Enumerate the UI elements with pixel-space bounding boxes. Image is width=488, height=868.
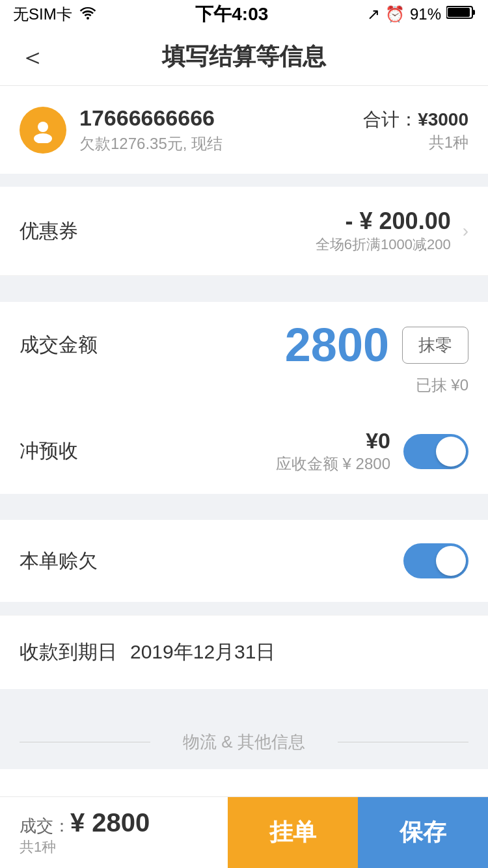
customer-debt: 欠款1276.35元, 现结 bbox=[79, 133, 223, 154]
customer-left: 17666666666 欠款1276.35元, 现结 bbox=[20, 105, 223, 154]
prepaid-amount: ¥0 bbox=[276, 428, 390, 454]
deal-sub-label: 已抹 ¥0 bbox=[20, 375, 468, 396]
svg-rect-1 bbox=[472, 10, 475, 15]
battery-icon bbox=[446, 5, 475, 23]
prepaid-toggle[interactable] bbox=[403, 434, 468, 469]
hold-button[interactable]: 挂单 bbox=[228, 797, 358, 869]
bottom-bar: 成交：¥ 2800 共1种 挂单 保存 bbox=[0, 796, 488, 868]
customer-info: 17666666666 欠款1276.35元, 现结 bbox=[79, 105, 223, 154]
deal-amount-row: 成交金额 2800 抹零 bbox=[20, 321, 468, 368]
credit-toggle[interactable] bbox=[403, 543, 468, 578]
coupon-amount-wrap: - ¥ 200.00 全场6折满1000减200 bbox=[316, 208, 451, 254]
due-date-label: 收款到期日 bbox=[20, 639, 117, 666]
toggle-knob-2 bbox=[436, 546, 466, 576]
coupon-desc: 全场6折满1000减200 bbox=[316, 235, 451, 254]
svg-rect-2 bbox=[448, 8, 470, 17]
prepaid-right: ¥0 应收金额 ¥ 2800 bbox=[276, 428, 468, 474]
prepaid-sub: 应收金额 ¥ 2800 bbox=[276, 454, 390, 474]
bottom-summary: 成交：¥ 2800 共1种 bbox=[0, 808, 228, 857]
status-time: 下午4:03 bbox=[195, 2, 268, 27]
battery-text: 91% bbox=[410, 5, 441, 23]
prepaid-section: 冲预收 ¥0 应收金额 ¥ 2800 bbox=[0, 415, 488, 494]
round-button[interactable]: 抹零 bbox=[402, 327, 468, 364]
coupon-amount: - ¥ 200.00 bbox=[316, 208, 451, 235]
bottom-count: 共1种 bbox=[20, 837, 208, 857]
prepaid-amount-wrap: ¥0 应收金额 ¥ 2800 bbox=[276, 428, 390, 474]
toggle-knob bbox=[436, 437, 466, 467]
bottom-deal-label: 成交： bbox=[20, 816, 70, 835]
total-count: 共1种 bbox=[363, 132, 468, 153]
status-bar: 无SIM卡 下午4:03 ↗ ⏰ 91% bbox=[0, 0, 488, 29]
deal-amount-wrap: 2800 抹零 bbox=[285, 321, 468, 368]
status-left: 无SIM卡 bbox=[13, 4, 97, 25]
divider-line-left bbox=[20, 742, 150, 742]
coupon-right: - ¥ 200.00 全场6折满1000减200 › bbox=[316, 208, 468, 254]
nav-bar: ＜ 填写结算等信息 bbox=[0, 29, 488, 86]
credit-row: 本单赊欠 bbox=[0, 520, 488, 602]
due-date-row: 收款到期日 2019年12月31日 bbox=[0, 615, 488, 689]
alarm-icon: ⏰ bbox=[385, 5, 405, 23]
separator-2 bbox=[0, 507, 488, 520]
due-date-value: 2019年12月31日 bbox=[130, 639, 275, 666]
coupon-section: 优惠券 - ¥ 200.00 全场6折满1000减200 › bbox=[0, 187, 488, 276]
coupon-label: 优惠券 bbox=[20, 218, 78, 245]
prepaid-label: 冲预收 bbox=[20, 438, 78, 465]
location-icon: ↗ bbox=[367, 5, 380, 23]
save-button[interactable]: 保存 bbox=[358, 797, 488, 869]
content-area: 17666666666 欠款1276.35元, 现结 合计：¥3000 共1种 … bbox=[0, 86, 488, 868]
wifi-icon bbox=[79, 5, 97, 23]
avatar bbox=[20, 107, 66, 154]
chevron-icon: › bbox=[463, 221, 468, 241]
separator-3 bbox=[0, 702, 488, 715]
bottom-deal-line: 成交：¥ 2800 bbox=[20, 808, 208, 837]
svg-point-4 bbox=[34, 133, 52, 143]
svg-point-3 bbox=[38, 122, 48, 132]
customer-total: 合计：¥3000 共1种 bbox=[363, 107, 468, 153]
coupon-row[interactable]: 优惠券 - ¥ 200.00 全场6折满1000减200 › bbox=[0, 187, 488, 276]
deal-amount-label: 成交金额 bbox=[20, 332, 98, 359]
bottom-deal-amount: ¥ 2800 bbox=[70, 808, 150, 837]
status-right: ↗ ⏰ 91% bbox=[367, 5, 475, 23]
back-button[interactable]: ＜ bbox=[20, 39, 46, 75]
logistics-divider: 物流 & 其他信息 bbox=[0, 715, 488, 769]
customer-row: 17666666666 欠款1276.35元, 现结 合计：¥3000 共1种 bbox=[0, 86, 488, 174]
page-title: 填写结算等信息 bbox=[162, 41, 326, 73]
carrier-text: 无SIM卡 bbox=[13, 4, 72, 25]
prepaid-inner: 冲预收 ¥0 应收金额 ¥ 2800 bbox=[20, 428, 468, 474]
divider-line-right bbox=[338, 742, 468, 742]
deal-amount-section: 成交金额 2800 抹零 已抹 ¥0 bbox=[0, 302, 488, 415]
deal-amount-number[interactable]: 2800 bbox=[285, 321, 389, 368]
total-label: 合计： bbox=[363, 109, 418, 129]
total-amount: ¥3000 bbox=[418, 109, 468, 129]
credit-label: 本单赊欠 bbox=[20, 548, 98, 575]
customer-phone: 17666666666 bbox=[79, 105, 223, 131]
separator-1 bbox=[0, 289, 488, 302]
total-label-wrap: 合计：¥3000 bbox=[363, 107, 468, 132]
divider-text: 物流 & 其他信息 bbox=[183, 731, 305, 753]
